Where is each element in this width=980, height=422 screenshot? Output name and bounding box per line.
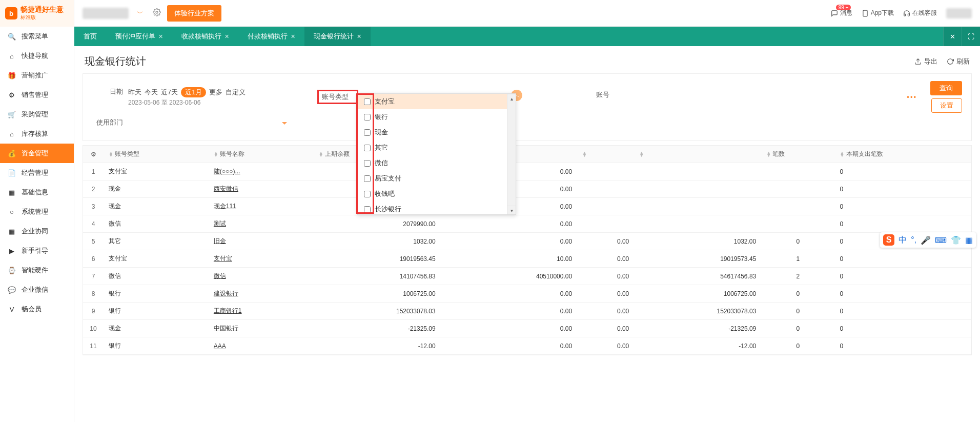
date-option-3[interactable]: 近1月 <box>181 87 206 97</box>
dropdown-item-5[interactable]: 易宝支付 <box>358 171 516 186</box>
app-download-button[interactable]: App下载 <box>862 9 894 17</box>
ime-skin-icon[interactable]: 👕 <box>951 235 961 245</box>
date-option-2[interactable]: 近7天 <box>161 88 178 97</box>
account-link[interactable]: 测试 <box>214 220 226 227</box>
close-tab-button[interactable]: ✕ <box>943 27 962 46</box>
dropdown-checkbox[interactable] <box>364 114 371 120</box>
dropdown-checkbox[interactable] <box>364 129 371 136</box>
industry-plan-button[interactable]: 体验行业方案 <box>167 5 221 22</box>
dept-field[interactable] <box>128 118 287 131</box>
sidebar-item-3[interactable]: ⚙销售管理 <box>0 85 74 105</box>
dropdown-scrollbar[interactable]: ▴ ▾ <box>507 94 516 214</box>
sidebar-item-8[interactable]: ▦基础信息 <box>0 183 74 202</box>
sidebar-item-14[interactable]: V畅会员 <box>0 299 74 319</box>
dropdown-checkbox[interactable] <box>364 175 371 182</box>
dropdown-item-1[interactable]: 银行 <box>358 109 516 125</box>
sidebar-item-5[interactable]: ⌂库存核算 <box>0 124 74 144</box>
table-row[interactable]: 1 支付宝 陆(○○○)... -10000.00 0.00 0 <box>83 163 971 180</box>
close-icon[interactable]: ✕ <box>357 33 361 40</box>
date-option-1[interactable]: 今天 <box>145 88 158 97</box>
sidebar-item-10[interactable]: ▦企业协同 <box>0 222 74 241</box>
sort-icon[interactable]: ▲▼ <box>840 152 845 157</box>
table-row[interactable]: 2 现金 西安微信 -40990.00 0.00 0 <box>83 180 971 198</box>
col-header-5[interactable]: ▲▼ <box>634 146 761 163</box>
tab-3[interactable]: 付款核销执行✕ <box>238 27 304 46</box>
tab-4[interactable]: 现金银行统计✕ <box>304 27 371 46</box>
table-row[interactable]: 11 银行 AAA -12.00 0.00 0.00 -12.00 0 0 <box>83 337 971 355</box>
dropdown-checkbox[interactable] <box>364 98 371 105</box>
account-link[interactable]: 建设银行 <box>214 290 238 297</box>
ime-punct-icon[interactable]: °, <box>911 235 916 245</box>
user-name-blurred[interactable] <box>946 8 972 18</box>
account-link[interactable]: 支付宝 <box>214 255 232 262</box>
account-link[interactable]: 西安微信 <box>214 185 238 192</box>
sidebar-item-11[interactable]: ▶新手引导 <box>0 241 74 260</box>
account-link[interactable]: 旧金 <box>214 237 226 245</box>
sidebar-item-4[interactable]: 🛒采购管理 <box>0 105 74 124</box>
tab-0[interactable]: 首页 <box>74 27 106 46</box>
more-filters-icon[interactable]: ••• <box>907 93 917 101</box>
close-icon[interactable]: ✕ <box>158 33 163 40</box>
sidebar-item-6[interactable]: 💰资金管理 <box>0 144 74 163</box>
account-link[interactable]: 微信 <box>214 272 226 279</box>
dropdown-item-7[interactable]: 长沙银行 <box>358 202 516 214</box>
table-row[interactable]: 5 其它 旧金 1032.00 0.00 0.00 1032.00 0 0 <box>83 233 971 250</box>
ime-lang-icon[interactable]: 中 <box>899 235 907 246</box>
dropdown-checkbox[interactable] <box>364 206 371 213</box>
date-option-0[interactable]: 昨天 <box>128 88 141 97</box>
filter-settings-button[interactable]: 设置 <box>931 98 962 113</box>
dropdown-item-6[interactable]: 收钱吧 <box>358 186 516 202</box>
table-row[interactable]: 4 微信 测试 2079990.00 0.00 0 <box>83 215 971 233</box>
sidebar-item-7[interactable]: 📄经营管理 <box>0 163 74 183</box>
table-row[interactable]: 3 现金 现金111 53337567.78 0.00 0 <box>83 198 971 215</box>
gear-icon[interactable] <box>153 8 161 18</box>
messages-button[interactable]: 99 + 消息 <box>831 9 852 17</box>
dropdown-item-2[interactable]: 现金 <box>358 125 516 140</box>
sort-icon[interactable]: ▲▼ <box>214 152 218 157</box>
col-header-1[interactable]: ▲▼账号名称 <box>209 146 314 163</box>
query-button[interactable]: 查询 <box>930 81 962 95</box>
table-row[interactable]: 10 现金 中国银行 -21325.09 0.00 0.00 -21325.09… <box>83 320 971 337</box>
table-settings-icon[interactable]: ⚙ <box>91 151 96 158</box>
account-field[interactable] <box>615 90 768 104</box>
sidebar-item-13[interactable]: 💬企业微信 <box>0 280 74 299</box>
org-selector[interactable]: ﹀ <box>83 8 148 19</box>
ime-sogou-icon[interactable]: S <box>883 234 894 246</box>
dropdown-checkbox[interactable] <box>364 191 371 197</box>
col-header-7[interactable]: ▲▼本期支出笔数 <box>835 146 971 163</box>
sort-icon[interactable]: ▲▼ <box>582 152 587 157</box>
ime-toolbox-icon[interactable]: ▦ <box>965 235 973 245</box>
sort-icon[interactable]: ▲▼ <box>639 152 644 157</box>
refresh-button[interactable]: 刷新 <box>947 57 970 66</box>
dropdown-checkbox[interactable] <box>364 160 371 167</box>
ime-mic-icon[interactable]: 🎤 <box>921 235 931 245</box>
scroll-up-icon[interactable]: ▴ <box>507 94 516 103</box>
online-service-button[interactable]: 在线客服 <box>903 9 937 17</box>
sidebar-item-2[interactable]: 🎁营销推广 <box>0 66 74 85</box>
scroll-down-icon[interactable]: ▾ <box>507 206 516 214</box>
table-row[interactable]: 6 支付宝 支付宝 19019563.45 10.00 0.00 1901957… <box>83 250 971 268</box>
col-header-0[interactable]: ▲▼账号类型 <box>104 146 209 163</box>
account-link[interactable]: 中国银行 <box>214 325 238 332</box>
table-row[interactable]: 7 微信 微信 14107456.83 40510000.00 0.00 546… <box>83 268 971 285</box>
sidebar-item-0[interactable]: 🔍搜索菜单 <box>0 27 74 46</box>
col-header-4[interactable]: ▲▼ <box>577 146 634 163</box>
dropdown-checkbox[interactable] <box>364 145 371 151</box>
account-link[interactable]: 陆(○○○)... <box>214 168 240 175</box>
date-option-4[interactable]: 更多 <box>209 88 222 97</box>
close-icon[interactable]: ✕ <box>224 33 229 40</box>
sidebar-item-12[interactable]: ⌚智能硬件 <box>0 260 74 280</box>
account-link[interactable]: 工商银行1 <box>214 307 242 314</box>
dropdown-item-0[interactable]: 支付宝 <box>358 94 516 109</box>
sidebar-item-9[interactable]: ○系统管理 <box>0 202 74 222</box>
ime-keyboard-icon[interactable]: ⌨ <box>935 235 947 245</box>
sort-icon[interactable]: ▲▼ <box>319 152 323 157</box>
dropdown-item-4[interactable]: 微信 <box>358 155 516 171</box>
col-header-6[interactable]: ▲▼笔数 <box>761 146 834 163</box>
close-icon[interactable]: ✕ <box>291 33 295 40</box>
date-option-5[interactable]: 自定义 <box>226 88 246 97</box>
export-button[interactable]: 导出 <box>914 57 937 66</box>
tab-1[interactable]: 预付冲应付单✕ <box>106 27 172 46</box>
dropdown-item-3[interactable]: 其它 <box>358 140 516 155</box>
sort-icon[interactable]: ▲▼ <box>766 152 771 157</box>
